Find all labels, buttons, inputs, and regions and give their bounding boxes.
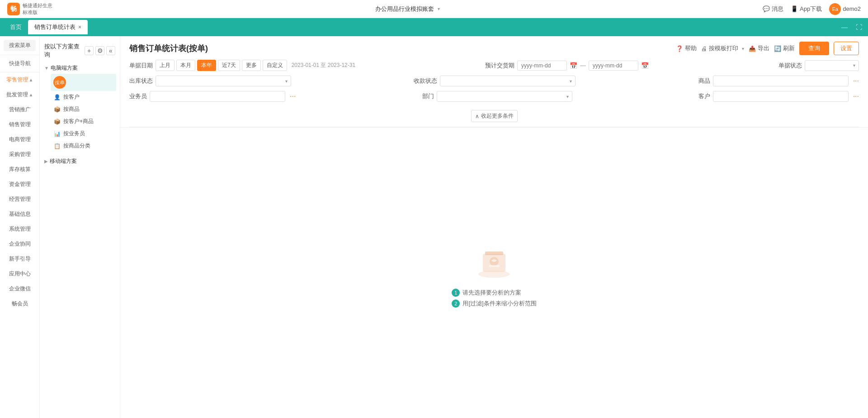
sidebar-item-basic[interactable]: 基础信息 [0, 207, 39, 222]
message-button[interactable]: 💬 消息 [763, 5, 783, 13]
message-label: 消息 [772, 5, 783, 13]
print-button[interactable]: 🖨 按模板打印 ▾ [701, 44, 744, 52]
salesperson-icon: 📊 [53, 130, 61, 138]
workspace-dropdown-icon[interactable]: ▾ [438, 6, 440, 11]
panel-collapse-button[interactable]: « [106, 46, 115, 55]
sidebar-item-appstore[interactable]: 应用中心 [0, 266, 39, 281]
sidebar-item-wechat[interactable]: 企业微信 [0, 281, 39, 296]
scheme-item-by-salesperson[interactable]: 📊 按业务员 [51, 128, 116, 140]
customer-input[interactable] [713, 91, 849, 102]
quick-nav-label[interactable]: 快捷导航 [0, 58, 39, 69]
page-actions: ❓ 帮助 🖨 按模板打印 ▾ 📤 导出 🔄 [676, 42, 859, 55]
customer-more-button[interactable]: ··· [853, 92, 859, 100]
sales-label: 销售管理 [9, 121, 31, 128]
top-bar-center: 办公用品行业模拟账套 ▾ [375, 5, 440, 13]
pc-section-title[interactable]: ▼ 电脑端方案 [43, 62, 116, 74]
main-content: 销售订单统计表(按单) ❓ 帮助 🖨 按模板打印 ▾ 📤 [120, 36, 868, 418]
payment-select[interactable] [440, 76, 576, 86]
customer-goods-icon: 📦 [53, 118, 61, 125]
app-download-button[interactable]: 📱 App下载 [791, 5, 822, 13]
scheme-item-by-customer-goods[interactable]: 📦 按客户+商品 [51, 115, 116, 128]
sidebar-search-area: 搜索菜单 [0, 36, 39, 55]
sidebar-item-newbie[interactable]: 新手引导 [0, 252, 39, 266]
operations-label: 经营管理 [9, 195, 31, 203]
collapse-filter-button[interactable]: ∧ 收起更多条件 [471, 110, 518, 122]
sidebar-item-purchase[interactable]: 采购管理 [0, 147, 39, 162]
refresh-button[interactable]: 🔄 刷新 [774, 44, 795, 52]
customer-filter-label: 客户 [698, 92, 710, 100]
date-this-year-btn[interactable]: 本年 [197, 60, 216, 71]
date-custom-btn[interactable]: 自定义 [263, 60, 287, 71]
expected-date-end-input[interactable] [589, 61, 638, 71]
panel-header: 按以下方案查询 + ⚙ « [40, 41, 120, 62]
empty-tip-2: 2 用[过滤]条件来缩小分析范围 [452, 299, 536, 308]
customer-icon: 👤 [53, 94, 61, 101]
order-status-select[interactable] [805, 60, 859, 71]
query-button[interactable]: 查询 [799, 42, 829, 55]
scheme-item-by-order[interactable]: 按单 [51, 74, 116, 91]
wholesale-label: 批发管理 [6, 91, 28, 99]
department-select[interactable] [437, 91, 572, 102]
tab-bar: 首页 销售订单统计表 × — ⛶ [0, 18, 868, 36]
payment-select-wrapper [440, 76, 576, 86]
tab-minimize-button[interactable]: — [839, 22, 850, 33]
tab-home-label: 首页 [10, 23, 22, 31]
sidebar-item-operations[interactable]: 经营管理 [0, 192, 39, 207]
date-more-btn[interactable]: 更多 [242, 60, 261, 71]
sidebar-item-member[interactable]: 畅会员 [0, 296, 39, 311]
scheme-item-by-category[interactable]: 📋 按商品分类 [51, 140, 116, 152]
date-this-month-btn[interactable]: 本月 [176, 60, 195, 71]
marketing-label: 营销推广 [9, 106, 31, 114]
panel-settings-button[interactable]: ⚙ [95, 46, 104, 55]
sidebar-item-wholesale[interactable]: 批发管理 ▲ [0, 87, 39, 102]
filter-customer-item: 客户 ··· [698, 91, 859, 102]
settings-button[interactable]: 设置 [834, 42, 859, 55]
print-dropdown-icon: ▾ [742, 46, 744, 51]
salesperson-input[interactable] [150, 91, 285, 102]
tab-close-button[interactable]: × [78, 24, 81, 30]
sidebar-item-ecommerce[interactable]: 电商管理 [0, 132, 39, 147]
sidebar-item-inventory[interactable]: 库存核算 [0, 162, 39, 177]
sidebar-item-enterprise[interactable]: 企业协同 [0, 237, 39, 252]
sidebar-item-retail[interactable]: 零售管理 ▲ [0, 72, 39, 87]
newbie-label: 新手引导 [9, 255, 31, 263]
department-label: 部门 [422, 92, 434, 100]
help-button[interactable]: ❓ 帮助 [676, 44, 697, 52]
expected-date-start-input[interactable] [517, 61, 567, 71]
date-7days-btn[interactable]: 近7天 [218, 60, 240, 71]
collapse-row: ∧ 收起更多条件 [129, 106, 859, 122]
empty-tips: 1 请先选择要分析的方案 2 用[过滤]条件来缩小分析范围 [452, 289, 536, 308]
date-last-month-btn[interactable]: 上月 [156, 60, 175, 71]
shipment-select[interactable] [156, 76, 291, 86]
goods-icon: 📦 [53, 106, 61, 113]
panel-add-button[interactable]: + [85, 46, 94, 55]
sidebar-item-sales[interactable]: 销售管理 [0, 117, 39, 132]
filter-row-3: 业务员 ··· 部门 [129, 91, 859, 102]
tab-maximize-button[interactable]: ⛶ [854, 22, 864, 33]
salesperson-more-button[interactable]: ··· [290, 92, 296, 100]
export-button[interactable]: 📤 导出 [749, 44, 769, 52]
search-menu-button[interactable]: 搜索菜单 [4, 40, 36, 51]
pc-section-arrow: ▼ [44, 66, 49, 71]
basic-label: 基础信息 [9, 210, 31, 218]
active-scheme-badge: 按单 [53, 76, 66, 89]
filter-expected-date-item: 预计交货期 📅 — 📅 [485, 61, 649, 71]
filter-row-2: 出库状态 收款状态 [129, 76, 859, 86]
goods-filter-label: 商品 [698, 77, 710, 85]
scheme-item-by-customer[interactable]: 👤 按客户 [51, 91, 116, 103]
goods-input[interactable] [713, 76, 849, 86]
tab-home[interactable]: 首页 [4, 20, 28, 34]
expected-date-end-calendar-icon[interactable]: 📅 [641, 62, 649, 69]
scheme-item-by-goods[interactable]: 📦 按商品 [51, 103, 116, 115]
goods-more-button[interactable]: ··· [853, 77, 859, 85]
user-menu[interactable]: Ea demo2 [829, 3, 861, 15]
print-icon: 🖨 [701, 45, 707, 52]
mobile-section-title[interactable]: ▶ 移动端方案 [43, 156, 116, 167]
quick-nav-item[interactable]: 快捷导航 [0, 55, 39, 72]
page-title: 销售订单统计表(按单) [129, 43, 208, 54]
sidebar-item-finance[interactable]: 资金管理 [0, 177, 39, 192]
tab-sales-stats[interactable]: 销售订单统计表 × [28, 20, 88, 34]
sidebar-item-marketing[interactable]: 营销推广 [0, 102, 39, 117]
expected-date-calendar-icon[interactable]: 📅 [570, 62, 577, 69]
sidebar-item-system[interactable]: 系统管理 [0, 222, 39, 237]
